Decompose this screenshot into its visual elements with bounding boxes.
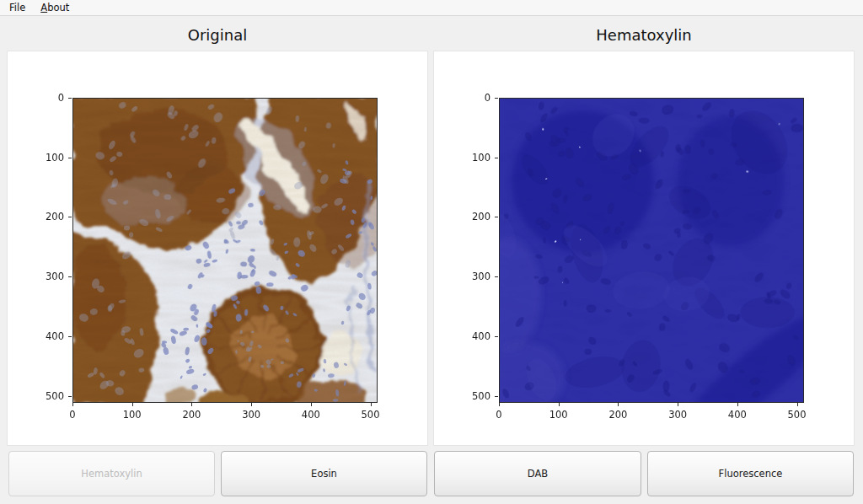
y-tick-label: 100 — [46, 152, 64, 164]
y-tick-label: 200 — [472, 211, 490, 223]
y-tick-mark — [68, 396, 72, 397]
x-tick-mark — [737, 403, 738, 406]
y-tick-mark — [68, 276, 72, 277]
y-tick-mark — [68, 158, 72, 158]
y-tick-label: 300 — [472, 271, 490, 282]
dab-button[interactable]: DAB — [434, 451, 641, 496]
x-tick-label: 100 — [123, 409, 142, 421]
hematoxylin-button[interactable]: Hematoxylin — [8, 451, 215, 496]
ihc-image-canvas — [73, 99, 377, 402]
y-tick-mark — [68, 98, 72, 99]
y-tick-label: 400 — [46, 330, 64, 342]
y-tick-mark — [495, 396, 498, 397]
x-tick-mark — [797, 403, 798, 406]
x-tick-mark — [678, 403, 678, 406]
x-tick-mark — [132, 403, 133, 406]
left-panel-title: Original — [7, 24, 428, 46]
x-tick-label: 100 — [549, 409, 568, 421]
hematoxylin-image-canvas — [500, 99, 803, 402]
menu-file[interactable]: File — [2, 2, 33, 13]
x-tick-mark — [311, 403, 312, 406]
menu-about-accelerator: A — [40, 2, 47, 13]
y-tick-label: 100 — [472, 152, 490, 164]
x-tick-mark — [251, 403, 252, 406]
x-tick-label: 400 — [728, 409, 747, 421]
right-panel: 01002003004005000100200300400500 — [433, 51, 855, 446]
x-tick-label: 0 — [496, 409, 501, 421]
eosin-button[interactable]: Eosin — [221, 451, 427, 496]
y-tick-label: 200 — [46, 211, 64, 223]
x-tick-label: 500 — [788, 409, 807, 421]
y-tick-mark — [495, 336, 498, 337]
y-tick-label: 400 — [472, 330, 490, 342]
y-tick-mark — [495, 158, 498, 158]
ihc-image — [72, 98, 378, 403]
x-tick-mark — [559, 403, 560, 406]
left-panel: 01002003004005000100200300400500 — [7, 51, 428, 446]
menubar: File About — [0, 0, 863, 16]
hematoxylin-figure: 01002003004005000100200300400500 — [434, 51, 854, 445]
x-tick-mark — [499, 403, 500, 406]
y-tick-label: 0 — [58, 92, 64, 104]
y-tick-mark — [495, 98, 498, 99]
y-tick-mark — [68, 336, 72, 337]
x-tick-mark — [618, 403, 619, 406]
menu-about-rest: bout — [47, 2, 69, 13]
y-tick-label: 500 — [472, 390, 490, 402]
right-panel-title: Hematoxylin — [433, 24, 855, 46]
y-tick-label: 500 — [46, 390, 64, 402]
fluorescence-button[interactable]: Fluorescence — [647, 451, 854, 496]
x-tick-label: 300 — [242, 409, 260, 421]
x-tick-label: 200 — [182, 409, 201, 421]
hematoxylin-channel-image — [499, 98, 804, 403]
x-tick-label: 500 — [362, 409, 380, 421]
x-tick-label: 0 — [69, 409, 75, 421]
y-tick-mark — [495, 217, 498, 217]
x-tick-mark — [371, 403, 372, 406]
original-figure: 01002003004005000100200300400500 — [8, 51, 427, 445]
x-tick-label: 300 — [668, 409, 687, 421]
x-tick-mark — [191, 403, 192, 406]
x-tick-label: 400 — [302, 409, 320, 421]
y-tick-label: 300 — [46, 271, 64, 282]
menu-about[interactable]: About — [33, 2, 77, 13]
app-window: File About Original Hematoxylin — [0, 0, 863, 504]
y-tick-mark — [68, 217, 72, 217]
x-tick-label: 200 — [608, 409, 627, 421]
x-tick-mark — [72, 403, 73, 406]
y-tick-label: 0 — [485, 92, 490, 104]
y-tick-mark — [495, 276, 498, 277]
